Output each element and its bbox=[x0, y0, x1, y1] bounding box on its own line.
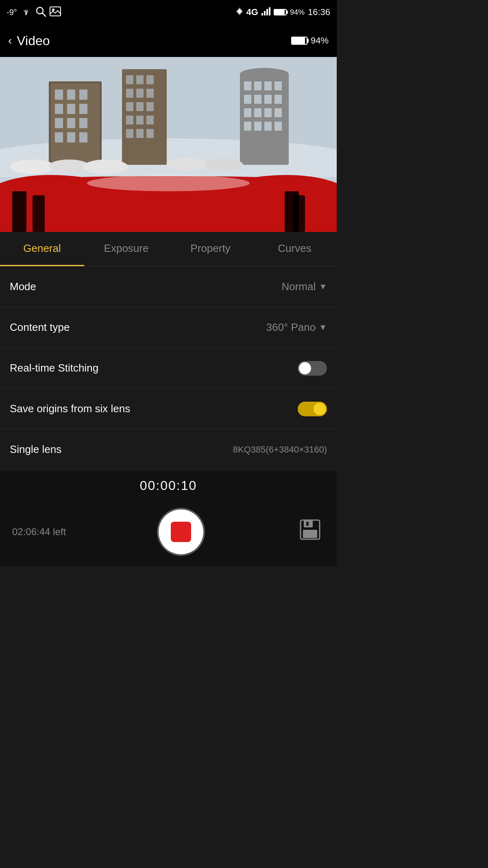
content-type-dropdown-arrow: ▼ bbox=[319, 323, 327, 332]
signal-bars-icon bbox=[261, 7, 270, 17]
header-battery: 94% bbox=[291, 35, 329, 46]
svg-rect-75 bbox=[303, 530, 317, 538]
svg-point-4 bbox=[52, 9, 54, 11]
svg-rect-49 bbox=[274, 81, 282, 90]
svg-rect-43 bbox=[146, 129, 154, 138]
save-button[interactable] bbox=[296, 518, 325, 546]
svg-rect-9 bbox=[266, 9, 268, 15]
svg-rect-40 bbox=[146, 116, 154, 125]
status-right: 4G 94% 16:36 bbox=[236, 7, 330, 17]
mode-value-container[interactable]: Normal ▼ bbox=[281, 280, 327, 293]
svg-point-72 bbox=[87, 175, 250, 191]
save-origins-toggle[interactable] bbox=[298, 402, 327, 416]
svg-rect-33 bbox=[136, 89, 144, 98]
temperature: -9° bbox=[7, 8, 17, 17]
svg-rect-47 bbox=[254, 81, 261, 90]
save-icon bbox=[299, 518, 321, 546]
content-type-row[interactable]: Content type 360° Pano ▼ bbox=[0, 307, 337, 348]
svg-rect-27 bbox=[79, 132, 87, 142]
single-lens-value: 8KQ385(6+3840×3160) bbox=[233, 444, 327, 455]
svg-rect-48 bbox=[264, 81, 272, 90]
svg-line-2 bbox=[42, 13, 46, 16]
svg-rect-32 bbox=[126, 89, 133, 98]
clock: 16:36 bbox=[308, 7, 330, 17]
video-preview bbox=[0, 57, 337, 232]
svg-rect-29 bbox=[126, 75, 133, 84]
record-icon bbox=[171, 522, 191, 542]
content-type-label: Content type bbox=[10, 321, 70, 334]
svg-rect-21 bbox=[79, 104, 87, 114]
page-title: Video bbox=[17, 33, 50, 48]
svg-rect-18 bbox=[79, 90, 87, 100]
svg-rect-59 bbox=[254, 122, 261, 131]
svg-rect-61 bbox=[274, 122, 282, 131]
svg-rect-25 bbox=[55, 132, 63, 142]
save-origins-label: Save origins from six lens bbox=[10, 402, 130, 415]
app-header: ‹ Video 94% bbox=[0, 24, 337, 57]
svg-rect-52 bbox=[264, 95, 272, 104]
content-type-value-container[interactable]: 360° Pano ▼ bbox=[266, 321, 327, 334]
status-left: -9° bbox=[7, 6, 61, 19]
svg-rect-30 bbox=[136, 75, 144, 84]
scene-svg bbox=[0, 57, 337, 232]
svg-rect-46 bbox=[244, 81, 251, 90]
svg-rect-35 bbox=[126, 102, 133, 111]
svg-rect-39 bbox=[136, 116, 144, 125]
timer-bar: 00:00:10 bbox=[0, 470, 337, 501]
tab-bar: General Exposure Property Curves bbox=[0, 232, 337, 267]
record-button[interactable] bbox=[159, 509, 203, 554]
bottom-controls: 02:06:44 left bbox=[0, 501, 337, 566]
svg-rect-36 bbox=[136, 102, 144, 111]
svg-rect-10 bbox=[269, 7, 270, 15]
signal-diamond-icon bbox=[236, 7, 243, 17]
single-lens-row[interactable]: Single lens 8KQ385(6+3840×3160) bbox=[0, 429, 337, 470]
svg-point-45 bbox=[240, 68, 289, 80]
search-icon bbox=[35, 6, 46, 19]
tab-general[interactable]: General bbox=[0, 232, 84, 266]
svg-rect-41 bbox=[126, 129, 133, 138]
svg-rect-54 bbox=[244, 108, 251, 117]
svg-rect-7 bbox=[261, 13, 263, 15]
svg-rect-60 bbox=[264, 122, 272, 131]
svg-rect-23 bbox=[67, 118, 75, 128]
timer-display: 00:00:10 bbox=[140, 478, 197, 493]
mode-dropdown-arrow: ▼ bbox=[319, 282, 327, 291]
tab-property[interactable]: Property bbox=[168, 232, 253, 266]
svg-rect-26 bbox=[67, 132, 75, 142]
svg-rect-8 bbox=[264, 11, 266, 15]
svg-point-63 bbox=[49, 160, 89, 173]
single-lens-value-container[interactable]: 8KQ385(6+3840×3160) bbox=[233, 444, 327, 455]
realtime-stitching-knob bbox=[299, 362, 311, 374]
image-icon bbox=[50, 7, 61, 18]
battery-percentage: 94% bbox=[290, 8, 305, 17]
svg-rect-69 bbox=[33, 195, 45, 232]
header-left: ‹ Video bbox=[8, 33, 50, 48]
svg-point-62 bbox=[10, 160, 55, 174]
settings-list: Mode Normal ▼ Content type 360° Pano ▼ R… bbox=[0, 267, 337, 470]
svg-rect-58 bbox=[244, 122, 251, 131]
tab-curves[interactable]: Curves bbox=[253, 232, 337, 266]
svg-rect-34 bbox=[146, 89, 154, 98]
back-button[interactable]: ‹ bbox=[8, 34, 12, 47]
save-origins-knob bbox=[314, 403, 326, 415]
svg-rect-71 bbox=[293, 195, 305, 232]
tab-exposure[interactable]: Exposure bbox=[84, 232, 168, 266]
svg-rect-20 bbox=[67, 104, 75, 114]
mode-value: Normal bbox=[281, 280, 316, 293]
svg-rect-42 bbox=[136, 129, 144, 138]
save-origins-row: Save origins from six lens bbox=[0, 389, 337, 429]
svg-rect-68 bbox=[12, 191, 26, 232]
battery-status-icon bbox=[274, 9, 287, 15]
svg-rect-16 bbox=[55, 90, 63, 100]
svg-rect-56 bbox=[264, 108, 272, 117]
svg-rect-55 bbox=[254, 108, 261, 117]
svg-point-66 bbox=[204, 159, 243, 171]
svg-rect-17 bbox=[67, 90, 75, 100]
realtime-stitching-toggle[interactable] bbox=[298, 361, 327, 376]
header-battery-percent: 94% bbox=[311, 35, 329, 46]
svg-rect-51 bbox=[254, 95, 261, 104]
svg-rect-50 bbox=[244, 95, 251, 104]
svg-rect-38 bbox=[126, 116, 133, 125]
svg-rect-37 bbox=[146, 102, 154, 111]
mode-row[interactable]: Mode Normal ▼ bbox=[0, 267, 337, 307]
